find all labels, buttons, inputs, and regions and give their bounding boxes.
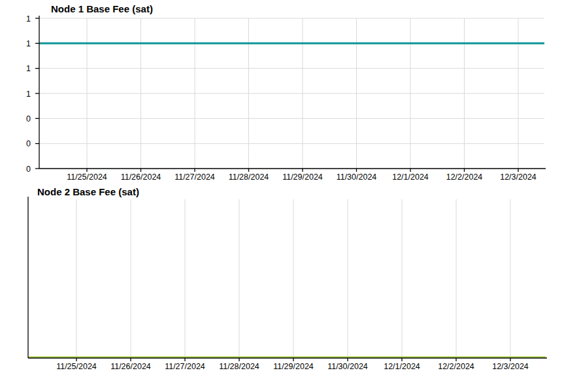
x-tick-label: 12/2/2024 bbox=[438, 362, 474, 371]
x-tick-label: 11/26/2024 bbox=[121, 172, 161, 182]
x-tick-label: 11/29/2024 bbox=[273, 362, 314, 371]
x-tick-label: 11/27/2024 bbox=[165, 362, 205, 371]
x-tick-label: 11/25/2024 bbox=[67, 172, 107, 182]
y-tick-label: 1 bbox=[26, 90, 31, 99]
chart-title-node2-base-fee: Node 2 Base Fee (sat) bbox=[37, 186, 139, 197]
y-tick-label: 1 bbox=[26, 64, 31, 73]
x-tick-label: 12/3/2024 bbox=[500, 172, 537, 182]
x-tick-label: 11/29/2024 bbox=[282, 172, 323, 182]
x-tick-label: 12/2/2024 bbox=[446, 172, 483, 182]
x-tick-label: 12/1/2024 bbox=[384, 362, 420, 371]
y-tick-label: 1 bbox=[26, 14, 31, 24]
x-tick-label: 11/26/2024 bbox=[110, 362, 151, 371]
x-tick-label: 11/25/2024 bbox=[56, 362, 97, 371]
y-tick-label: 0 bbox=[26, 139, 31, 148]
x-tick-label: 11/30/2024 bbox=[327, 362, 368, 371]
x-tick-label: 12/1/2024 bbox=[392, 172, 429, 182]
y-tick-label: 0 bbox=[26, 114, 31, 123]
y-tick-label: 1 bbox=[26, 39, 31, 48]
x-tick-label: 11/28/2024 bbox=[229, 172, 269, 182]
x-tick-label: 11/30/2024 bbox=[337, 172, 377, 182]
x-tick-label: 11/27/2024 bbox=[174, 172, 215, 182]
chart-title-node1-base-fee: Node 1 Base Fee (sat) bbox=[51, 3, 153, 14]
y-tick-label: 0 bbox=[26, 165, 31, 174]
base-fee-dashboard: 111100011/25/202411/26/202411/27/202411/… bbox=[0, 0, 562, 392]
x-tick-label: 12/3/2024 bbox=[492, 362, 529, 371]
x-tick-label: 11/28/2024 bbox=[219, 362, 259, 371]
